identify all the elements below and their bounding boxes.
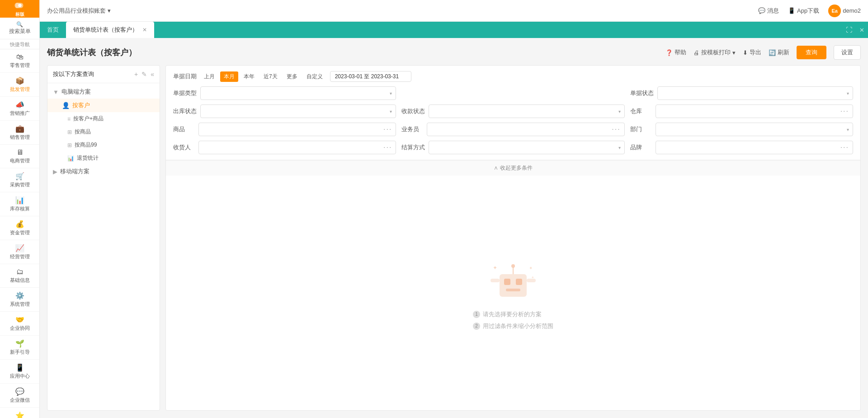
sidebar-item-newbie[interactable]: 🌱 新手引导 [0, 336, 39, 360]
refresh-btn[interactable]: 🔄 刷新 [769, 48, 789, 57]
print-dropdown-icon: ▾ [732, 49, 736, 56]
payment-status-arrow: ▾ [618, 109, 621, 114]
maximize-btn[interactable]: ⛶ [842, 26, 856, 33]
filter-dept: 部门 ▾ [630, 123, 853, 136]
chevron-down-icon: ▼ [53, 89, 59, 95]
tab-sales-stat[interactable]: 销货单统计表（按客户） ✕ [66, 22, 154, 38]
tab-close-icon[interactable]: ✕ [142, 27, 147, 33]
filter-brand: 品牌 ··· [630, 141, 853, 154]
date-tab-more[interactable]: 更多 [283, 71, 301, 82]
logo-text: 标版 [15, 11, 24, 18]
empty-state: ✦ ✦ ✦ 1 请先选择要分析的方案 2 用过滤条件来缩小分析范围 [166, 176, 860, 410]
date-tab-this-year[interactable]: 本年 [240, 71, 258, 82]
vip-icon: ⭐ [15, 411, 24, 418]
scheme-by-customer[interactable]: 👤 按客户 [47, 99, 160, 112]
sidebar-item-retail[interactable]: 🛍 零售管理 [0, 49, 39, 73]
page-selector-dropdown[interactable]: 办公用品行业模拟账套 ▾ [47, 7, 111, 15]
filter-row-3: 商品 ··· 业务员 ··· [173, 123, 853, 136]
sidebar-item-wechat[interactable]: 💬 企业微信 [0, 384, 39, 408]
sidebar-item-ecommerce[interactable]: 🖥 电商管理 [0, 145, 39, 168]
filter-salesperson: 业务员 ··· [401, 123, 624, 136]
settings-btn[interactable]: 设置 [834, 45, 861, 60]
quick-nav-label[interactable]: 快捷导航 [0, 39, 39, 49]
desktop-group[interactable]: ▼ 电脑端方案 [47, 85, 160, 99]
date-tabs: 上月 本月 本年 近7天 更多 自定义 [200, 71, 326, 82]
sidebar-item-purchase[interactable]: 🛒 采购管理 [0, 168, 39, 192]
salesperson-input[interactable]: ··· [427, 123, 624, 136]
edit-scheme-btn[interactable]: ✎ [142, 71, 147, 78]
filter-row-1: 单据类型 ▾ 单据状态 [173, 86, 853, 100]
date-range-input[interactable] [330, 71, 411, 82]
sidebar-item-system[interactable]: ⚙️ 系统管理 [0, 288, 39, 312]
date-tab-custom[interactable]: 自定义 [303, 71, 326, 82]
print-icon: 🖨 [693, 49, 699, 56]
doc-status-input[interactable]: ▾ [657, 86, 853, 100]
dept-input[interactable]: ▾ [656, 123, 853, 136]
receiver-label: 收货人 [173, 143, 195, 152]
scheme-by-goods[interactable]: ⊞ 按商品 [47, 125, 160, 138]
main-area: 办公用品行业模拟账套 ▾ 💬 消息 📱 App下载 Ea demo2 首页 销货… [40, 0, 868, 418]
export-btn[interactable]: ⬇ 导出 [743, 48, 761, 57]
panel-title: 按以下方案查询 [53, 70, 94, 78]
sidebar-item-marketing[interactable]: 📣 营销推广 [0, 97, 39, 121]
sidebar-item-operation[interactable]: 📈 经营管理 [0, 240, 39, 264]
brand-input[interactable]: ··· [656, 141, 853, 154]
print-template-btn[interactable]: 🖨 按模板打印 ▾ [693, 48, 736, 57]
message-btn[interactable]: 💬 消息 [758, 7, 779, 15]
sidebar-item-vip[interactable]: ⭐ 畅会员 [0, 408, 39, 418]
warehouse-input[interactable]: ··· [656, 104, 853, 118]
operation-icon: 📈 [15, 244, 24, 252]
svg-text:✦: ✦ [531, 276, 534, 280]
page-selector-label: 办公用品行业模拟账套 [47, 7, 106, 15]
query-btn[interactable]: 查询 [797, 46, 826, 59]
add-scheme-btn[interactable]: + [134, 71, 138, 78]
help-btn[interactable]: ❓ 帮助 [665, 48, 686, 57]
scheme-by-customer-goods[interactable]: ≡ 按客户+商品 [47, 112, 160, 125]
search-menu-btn[interactable]: 🔍 搜索菜单 [0, 18, 39, 39]
sidebar-item-enterprise[interactable]: 🤝 企业协同 [0, 312, 39, 336]
sidebar-item-sales[interactable]: 💼 销售管理 [0, 121, 39, 145]
doc-type-label: 单据类型 [173, 89, 197, 97]
filter-row-2: 出库状态 ▾ 收款状态 ▾ [173, 104, 853, 118]
avatar: Ea [828, 5, 841, 17]
svg-point-9 [511, 264, 515, 268]
date-tab-last-7[interactable]: 近7天 [260, 71, 281, 82]
date-tab-last-month[interactable]: 上月 [200, 71, 218, 82]
out-status-label: 出库状态 [173, 107, 197, 115]
tab-home[interactable]: 首页 [40, 22, 66, 38]
export-icon: ⬇ [743, 49, 748, 56]
doc-type-input[interactable]: ▾ [200, 86, 396, 100]
receiver-input[interactable]: ··· [198, 141, 396, 154]
svg-text:✦: ✦ [529, 266, 533, 271]
filter-row-4: 收货人 ··· 结算方式 ▾ [173, 141, 853, 154]
sidebar-item-wholesale[interactable]: 📦 批发管理 [0, 73, 39, 97]
sidebar-item-appstore[interactable]: 📱 应用中心 [0, 360, 39, 384]
app-download-btn[interactable]: 📱 App下载 [788, 7, 819, 15]
header-left: 办公用品行业模拟账套 ▾ [47, 7, 111, 15]
sales-icon: 💼 [15, 124, 24, 133]
scheme-by-goods-99[interactable]: ⊞ 按商品99 [47, 138, 160, 152]
close-window-btn[interactable]: ✕ [859, 27, 864, 33]
finance-icon: 💰 [15, 220, 24, 228]
salesperson-dots: ··· [612, 125, 620, 133]
sidebar-item-finance[interactable]: 💰 资金管理 [0, 216, 39, 240]
payment-status-input[interactable]: ▾ [429, 104, 624, 118]
download-icon: 📱 [788, 7, 795, 14]
collapse-panel-btn[interactable]: « [151, 71, 154, 78]
doc-type-arrow: ▾ [390, 91, 392, 96]
collapse-icon: ∧ [494, 165, 498, 171]
out-status-input[interactable]: ▾ [200, 104, 396, 118]
svg-point-1 [18, 4, 22, 7]
sidebar-item-basic[interactable]: 🗂 基础信息 [0, 264, 39, 288]
scheme-return-stat[interactable]: 📊 退货统计 [47, 152, 160, 165]
filter-payment-status: 收款状态 ▾ [401, 104, 624, 118]
mobile-group[interactable]: ▶ 移动端方案 [47, 165, 160, 178]
user-profile-btn[interactable]: Ea demo2 [828, 5, 861, 17]
goods-input[interactable]: ··· [198, 123, 396, 136]
settle-method-input[interactable]: ▾ [429, 141, 624, 154]
sidebar-item-inventory[interactable]: 📊 库存核算 [0, 192, 39, 216]
collapse-filters-btn[interactable]: ∧ 收起更多条件 [166, 160, 860, 176]
panel-header: 按以下方案查询 + ✎ « [47, 66, 160, 83]
date-tab-this-month[interactable]: 本月 [220, 71, 238, 82]
dept-label: 部门 [630, 125, 652, 133]
